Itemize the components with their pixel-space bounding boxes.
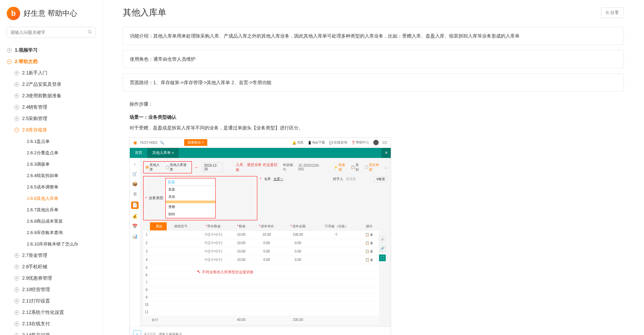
nav-2-6-4[interactable]: 2.6.4组装拆卸单 xyxy=(7,170,102,181)
page-header: 其他入库单 ⎘ 分享 xyxy=(123,7,624,18)
ss-help: ❓帮助中心 xyxy=(351,140,369,145)
plus-icon xyxy=(14,321,19,327)
table-row: 2个(1个=1个)10.000.000.00📋 🗑 xyxy=(143,239,379,247)
ss-trial-button: 我要购买-> xyxy=(184,139,207,146)
ss-th: 成本单价 xyxy=(251,222,282,231)
role-box: 使用角色：通常由仓管人员维护 xyxy=(123,50,624,68)
search-input[interactable] xyxy=(7,27,96,38)
ss-header: ◉ TEST-H002 🔍 我要购买-> 🔔消息 📱App下载 💬在线咨询 ❓帮… xyxy=(130,138,391,148)
ss-dropdown-item xyxy=(166,201,215,203)
ss-th: 操作 xyxy=(360,222,379,231)
calendar-icon: 📅 xyxy=(132,224,138,229)
ss-tab-home: 首页 xyxy=(130,148,147,158)
note-icon: ≡ xyxy=(133,330,141,335)
role-label: 使用角色： xyxy=(130,56,153,62)
nav-2-6-1[interactable]: 2.6.1盘点单 xyxy=(7,136,102,147)
arrow-icon: ↖ xyxy=(197,269,201,274)
intro-text: 其他入库单用来处理除采购入库、产成品入库之外的其他入库业务，因此其他入库单可处理… xyxy=(153,33,520,39)
ss-logo-icon: ◉ xyxy=(133,140,137,145)
home-icon: ⌂ xyxy=(132,161,138,167)
ss-th: 规格型号 xyxy=(167,222,195,231)
nav-2-6-6[interactable]: 2.6.6其他入库单 xyxy=(7,193,102,204)
radio-on-icon xyxy=(146,166,149,169)
search-box xyxy=(7,27,96,38)
steps-label: 操作步骤： xyxy=(129,100,617,108)
avatar-icon xyxy=(373,140,379,145)
ss-th: 数量 xyxy=(231,222,251,231)
plus-icon xyxy=(14,310,19,315)
nav-2-6[interactable]: 2.6库存核算 xyxy=(7,124,102,136)
ss-main: 其他入库 其他入库退库 ← 2019-12-26 入库、退货业务 在这里切换 单… xyxy=(140,158,391,327)
nav-2-6-2[interactable]: 2.6.2分量盘点单 xyxy=(7,147,102,159)
nav-2-8[interactable]: 2.8手机旺铺 xyxy=(7,261,102,273)
ss-dropdown-item: 其他 xyxy=(166,193,215,201)
ss-remark: ≡ 备注信息 xyxy=(130,327,391,335)
nav-2-13[interactable]: 2.13在线支付 xyxy=(7,318,102,330)
delete-icon: 🗑 xyxy=(132,191,138,197)
nav-2-6-10[interactable]: 2.6.10库存账本错了怎么办 xyxy=(7,238,102,250)
ss-th: 商品 xyxy=(150,222,167,231)
table-row: 7 xyxy=(143,279,379,286)
box-icon: 📦 xyxy=(132,181,138,187)
nav-list: 1.视频学习 2.帮助文档 2.1新手入门 2.2产品安装及登录 2.3使用前数… xyxy=(7,45,102,335)
nav-2-6-7[interactable]: 2.6.7其他出库单 xyxy=(7,204,102,216)
radio-off-icon xyxy=(166,166,169,169)
cart-icon: 🛒 xyxy=(132,171,138,177)
ss-th: 库存数量 xyxy=(195,222,232,231)
path-label: 页面路径： xyxy=(130,80,153,85)
nav-2-14[interactable]: 2.14常见问题 xyxy=(7,330,102,335)
minus-icon xyxy=(7,59,12,64)
ss-dropdown-selected: 盘盈 xyxy=(166,178,215,186)
ss-radio-group: 其他入库 其他入库退库 xyxy=(143,161,192,173)
share-button[interactable]: ⎘ 分享 xyxy=(601,7,624,18)
nav-2-6-3[interactable]: 2.6.3调拨单 xyxy=(7,159,102,170)
table-row: 1个(1个=1个)10.0010.00100.00个📋 🗑 xyxy=(143,230,379,239)
table-row: 9 xyxy=(143,293,379,301)
scene1-title: 场景一：业务类型确认 xyxy=(129,114,617,120)
embedded-screenshot: ◉ TEST-H002 🔍 我要购买-> 🔔消息 📱App下载 💬在线咨询 ❓帮… xyxy=(129,137,391,335)
nav-2-10[interactable]: 2.10经营管理 xyxy=(7,284,102,295)
nav-2-12[interactable]: 2.12系统个性化设置 xyxy=(7,307,102,318)
nav-2-6-9[interactable]: 2.6.9库存账本查询 xyxy=(7,227,102,238)
plus-icon xyxy=(14,70,19,76)
scene1-text: 对于受赠、盘盈或是拆装入库等不同的业务，是通过单据头【业务类型】进行区分。 xyxy=(129,124,617,132)
plus-icon xyxy=(14,105,19,110)
nav-2-11[interactable]: 2.11打印设置 xyxy=(7,295,102,307)
table-row: 4个(1个=1个)10.000.000.00📋 🗑 xyxy=(143,256,379,264)
ss-warehouse-label: 仓库 xyxy=(264,177,271,181)
table-row-total: 合计40.00100.00 xyxy=(143,316,379,324)
ss-msg: 🔔消息 xyxy=(292,140,304,145)
ss-app: 📱App下载 xyxy=(308,140,325,145)
search-icon[interactable] xyxy=(88,30,92,35)
ss-handler-label: 经手人 xyxy=(333,177,343,181)
arrow-icon: ← xyxy=(195,165,199,170)
nav-2-6-8[interactable]: 2.6.8商品成本重算 xyxy=(7,216,102,227)
nav-2-3[interactable]: 2.3使用前数据准备 xyxy=(7,90,102,102)
nav-helpdoc[interactable]: 2.帮助文档 xyxy=(7,56,102,67)
minus-icon xyxy=(14,127,19,133)
brand-logo: b 好生意 帮助中心 xyxy=(7,7,102,20)
nav-2-2[interactable]: 2.2产品安装及登录 xyxy=(7,79,102,90)
table-row: 8 xyxy=(143,286,379,293)
ss-annotation-2: ↖ 不同业务的入库类型在这里切换 xyxy=(197,270,254,274)
ss-dropdown-item: 盘盈 xyxy=(166,186,215,193)
nav-2-6-5[interactable]: 2.6.5成本调整单 xyxy=(7,181,102,193)
print-icon: 🖨 xyxy=(379,236,386,242)
wallet-icon: 💰 xyxy=(132,214,138,219)
nav-2-4[interactable]: 2.4销售管理 xyxy=(7,102,102,113)
ss-annotation-1: 入库、退货业务 在这里切换 xyxy=(236,162,280,172)
nav-video[interactable]: 1.视频学习 xyxy=(7,45,102,56)
main-content: 其他入库单 ⎘ 分享 功能介绍：其他入库单用来处理除采购入库、产成品入库之外的其… xyxy=(103,0,644,335)
ss-dropdown-item: 受赠 xyxy=(166,203,215,211)
link-icon: 🔗 xyxy=(379,245,386,252)
ss-tab-current: 其他入库单 × xyxy=(147,148,179,158)
nav-2-1[interactable]: 2.1新手入门 xyxy=(7,67,102,79)
ss-dropdown: 盘盈 盘盈 其他 受赠 拆卸 xyxy=(165,178,216,218)
nav-2-9[interactable]: 2.9优惠券管理 xyxy=(7,273,102,284)
nav-2-5[interactable]: 2.5采购管理 xyxy=(7,113,102,124)
ss-leftbar: ⌂ 🛒 📦 🗑 📄 💰 📅 📊 xyxy=(130,158,140,327)
ss-history: 🕐历史单据 xyxy=(364,163,382,172)
plus-icon xyxy=(14,333,19,335)
nav-2-7[interactable]: 2.7资金管理 xyxy=(7,250,102,261)
ss-copy: 📋复制 xyxy=(351,163,362,172)
